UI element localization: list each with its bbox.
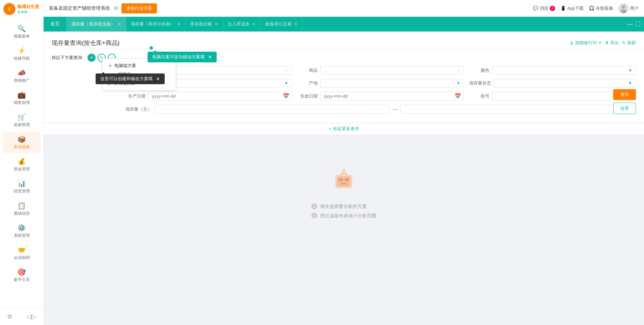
- stock-status-select[interactable]: ▼: [494, 79, 636, 88]
- scheme-desktop[interactable]: ▼ 电脑端方案: [105, 61, 173, 70]
- top-header: 装备及固定资产辅助管理系统 ⚙ 体验行业方案 💬 消息 8 📱 App下载 🎧 …: [44, 0, 644, 17]
- origin-select[interactable]: ▼: [320, 79, 464, 88]
- color-chevron-icon: ▼: [628, 68, 632, 73]
- product-dots: ...: [324, 68, 328, 73]
- tab-close-in-out-flow[interactable]: ✕: [252, 22, 256, 26]
- tab-maximize-icon[interactable]: ⛶: [635, 21, 641, 27]
- expiry-date-input[interactable]: [320, 92, 464, 101]
- page-content: 现存量查询(按仓库+商品) 🖨 按模板打印 ▼ ⬆ 导出 ↻ 刷新: [44, 32, 644, 325]
- sidebar-item-system[interactable]: ⚙️ 系统管理: [3, 220, 41, 242]
- industry-button[interactable]: 体验行业方案: [121, 3, 157, 13]
- sidebar-footer: ⚙ ◁▷: [0, 308, 43, 325]
- sidebar-item-inventory[interactable]: 📦 库存核算: [3, 132, 41, 153]
- color-label: 颜色: [469, 67, 489, 73]
- color-select[interactable]: ▼: [492, 66, 636, 75]
- tab-stock-status[interactable]: 现存量（库存状况表） ✕: [67, 17, 126, 32]
- logo-icon: 6: [3, 3, 15, 15]
- filter-row-3: 生产日期 📅 失效日期 📅 批号: [52, 92, 636, 101]
- template-print-button[interactable]: 🖨 按模板打印 ▼: [570, 40, 602, 46]
- production-date-field: 生产日期 📅: [125, 92, 292, 101]
- expiry-date-cal-icon[interactable]: 📅: [454, 93, 461, 99]
- sidebar-item-marketing[interactable]: 📣 营销推广: [3, 65, 41, 87]
- sidebar-collapse-btn[interactable]: ◁▷: [25, 312, 38, 322]
- tab-summary[interactable]: 收发存汇总表 ✕: [261, 17, 303, 32]
- tab-in-out-flow[interactable]: 出入库流水 ✕: [223, 17, 261, 32]
- svg-rect-9: [340, 183, 347, 184]
- empty-tip-1: 1 请先选择要分析的方案: [311, 202, 376, 211]
- empty-state: 1 请先选择要分析的方案 2 用过滤条件来缩小分析范围: [44, 134, 644, 247]
- sidebar-item-purchase[interactable]: 🛒 采购管理: [3, 110, 41, 131]
- marketing-icon: 📣: [17, 69, 26, 77]
- empty-tip-2: 2 用过滤条件来缩小分析范围: [311, 211, 376, 220]
- header-left: 装备及固定资产辅助管理系统 ⚙ 体验行业方案: [49, 3, 157, 13]
- svg-rect-6: [337, 176, 351, 186]
- guide-icon: 🎯: [17, 268, 26, 276]
- stock-max-input[interactable]: [400, 105, 636, 114]
- tab-close-batch-account[interactable]: ✕: [215, 22, 218, 26]
- product-chevron-icon: ···: [457, 68, 460, 73]
- add-scheme-button[interactable]: +: [88, 54, 96, 62]
- sidebar-item-basic-info[interactable]: 📋 基础信息: [3, 198, 41, 220]
- search-button[interactable]: 查询: [613, 89, 636, 100]
- expiry-date-label: 失效日期: [298, 93, 318, 99]
- reset-button[interactable]: 设置: [613, 103, 636, 114]
- sidebar-settings-btn[interactable]: ⚙: [6, 312, 14, 322]
- tab-batch-account[interactable]: 库存批次账 ✕: [185, 17, 223, 32]
- tab-minimize-icon[interactable]: —: [627, 21, 633, 27]
- sidebar-item-guide[interactable]: 🎯 新手引导: [3, 265, 41, 286]
- color-field: 颜色 ▼: [469, 66, 636, 75]
- tab-close-stock-status[interactable]: ✕: [118, 22, 121, 26]
- stock-min-input[interactable]: [154, 105, 390, 114]
- print-icon: 🖨: [570, 40, 574, 45]
- sidebar-item-finance[interactable]: 💰 资金管理: [3, 154, 41, 175]
- tab-close-stock-distribution[interactable]: ✕: [177, 22, 180, 26]
- sidebar-item-search[interactable]: 🔍 搜索菜单: [3, 21, 41, 43]
- settings-button[interactable]: ⚙: [113, 5, 118, 11]
- tab-bar-end: — ⛶: [627, 21, 644, 27]
- svg-point-3: [622, 5, 625, 9]
- tab-close-summary[interactable]: ✕: [294, 22, 298, 26]
- stock-status-chevron-icon: ▼: [628, 81, 632, 86]
- message-label: 消息: [540, 5, 548, 11]
- sales-icon: 💼: [17, 91, 26, 99]
- product-label: 商品: [298, 67, 318, 73]
- batch-field: 批号: [469, 92, 636, 101]
- export-button[interactable]: ⬆ 导出: [605, 40, 619, 46]
- svg-point-4: [621, 9, 627, 13]
- tab-home[interactable]: 首页: [44, 17, 67, 32]
- refresh-button[interactable]: ↻ 刷新: [622, 40, 636, 46]
- tooltip-edit-text: 这里可以创建和修改方案哦: [100, 76, 153, 82]
- sidebar-label-finance: 资金管理: [14, 166, 30, 172]
- app-download-btn[interactable]: 📱 App下载: [560, 5, 584, 11]
- expiry-date-field: 失效日期 📅: [298, 92, 464, 101]
- sidebar-label-search: 搜索菜单: [14, 34, 30, 39]
- finance-icon: 💰: [17, 157, 26, 165]
- tooltip-scheme-close[interactable]: ✕: [208, 54, 212, 60]
- stock-main-label: 现存量（主）: [125, 106, 152, 112]
- tip-num-2: 2: [311, 213, 317, 219]
- sidebar-item-management[interactable]: 📊 经营管理: [3, 176, 41, 198]
- sidebar-label-inventory: 库存核算: [14, 144, 30, 150]
- stock-status-field: 现存量状态 ▼: [469, 79, 636, 88]
- tooltip-edit-close[interactable]: ✕: [156, 76, 160, 82]
- production-date-cal-icon[interactable]: 📅: [283, 93, 289, 99]
- tab-stock-distribution[interactable]: 现存量（库存分布表） ✕: [126, 17, 185, 32]
- sidebar-label-guide: 新手引导: [14, 277, 30, 283]
- product-field: 商品 ... ···: [298, 66, 464, 75]
- phone-icon: 📱: [560, 6, 566, 11]
- user-menu[interactable]: 用户: [619, 3, 639, 13]
- online-support-btn[interactable]: 🎧 在线客服: [589, 5, 613, 11]
- svg-text:6: 6: [8, 6, 11, 12]
- chevron-down-icon: ▼: [108, 63, 112, 68]
- search-buttons: 查询 设置: [613, 89, 636, 114]
- message-btn[interactable]: 💬 消息 8: [533, 5, 555, 11]
- sidebar-item-cooperation[interactable]: 🤝 企业协同: [3, 242, 41, 264]
- sidebar-logo: 6 畅通好生意 标准版: [0, 0, 43, 18]
- production-date-input[interactable]: [148, 92, 292, 101]
- collapse-toggle[interactable]: ∧ 收起更多条件: [44, 123, 644, 134]
- product-select[interactable]: ... ···: [320, 66, 464, 75]
- collapse-label: 收起更多条件: [333, 126, 359, 131]
- sidebar-item-sales[interactable]: 💼 销售管理: [3, 88, 41, 109]
- svg-rect-7: [339, 178, 343, 181]
- sidebar-item-quick-nav[interactable]: ⚡ 快捷导航: [3, 43, 41, 65]
